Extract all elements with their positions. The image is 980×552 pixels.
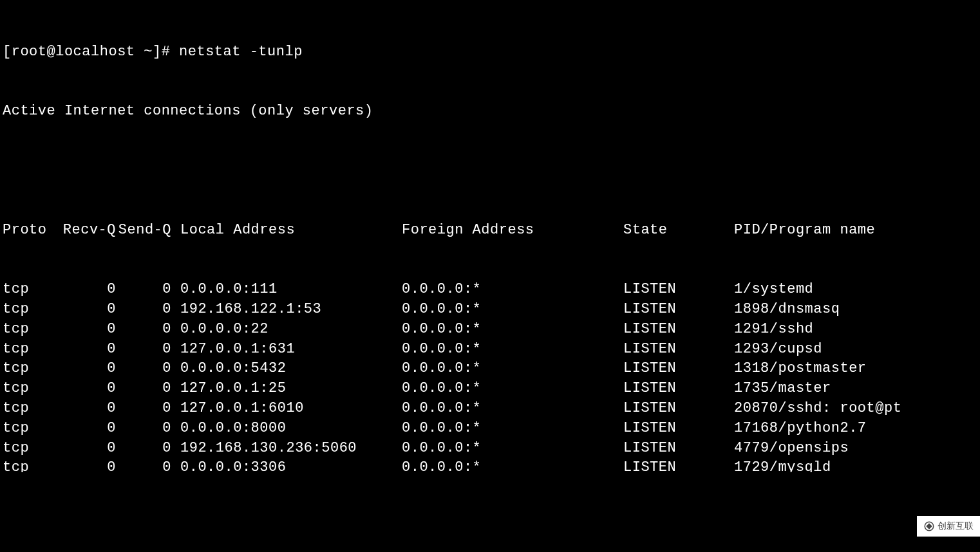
cell-proto: tcp — [3, 300, 58, 320]
table-row: tcp00192.168.122.1:530.0.0.0:*LISTEN1898… — [3, 300, 977, 320]
cell-pid: 17168/python2.7 — [734, 419, 977, 439]
header-recvq: Recv-Q — [58, 221, 116, 241]
cell-proto: tcp — [3, 320, 58, 340]
cell-foreign: 0.0.0.0:* — [402, 458, 623, 472]
table-row: tcp000.0.0.0:54320.0.0.0:*LISTEN1318/pos… — [3, 359, 977, 379]
table-row: tcp000.0.0.0:220.0.0.0:*LISTEN1291/sshd — [3, 320, 977, 340]
cell-proto: tcp — [3, 458, 58, 472]
cell-foreign: 0.0.0.0:* — [402, 379, 623, 399]
watermark-badge: 创新互联 — [917, 516, 980, 537]
netstat-table: Proto Recv-Q Send-Q Local Address Foreig… — [3, 181, 977, 512]
header-pid: PID/Program name — [734, 221, 977, 241]
cell-state: LISTEN — [623, 439, 734, 459]
cell-sendq: 0 — [116, 280, 180, 300]
cell-local: 0.0.0.0:3306 — [180, 458, 402, 472]
cell-sendq: 0 — [116, 458, 180, 472]
cell-state: LISTEN — [623, 300, 734, 320]
cell-sendq: 0 — [116, 300, 180, 320]
cell-sendq: 0 — [116, 419, 180, 439]
cell-state: LISTEN — [623, 359, 734, 379]
cell-sendq: 0 — [116, 399, 180, 419]
cell-pid: 1291/sshd — [734, 320, 977, 340]
header-foreign: Foreign Address — [402, 221, 623, 241]
cell-local: 192.168.130.236:5060 — [180, 439, 402, 459]
watermark-logo-icon — [923, 520, 935, 532]
table-row: tcp00127.0.0.1:250.0.0.0:*LISTEN1735/mas… — [3, 379, 977, 399]
cell-proto: tcp — [3, 419, 58, 439]
cell-pid: 1293/cupsd — [734, 340, 977, 360]
cell-local: 127.0.0.1:631 — [180, 340, 402, 360]
cell-proto: tcp — [3, 399, 58, 419]
cell-sendq: 0 — [116, 340, 180, 360]
table-row: tcp00127.0.0.1:6310.0.0.0:*LISTEN1293/cu… — [3, 340, 977, 360]
table-row: tcp000.0.0.0:33060.0.0.0:*LISTEN1729/mys… — [3, 458, 977, 472]
cell-recvq: 0 — [58, 419, 116, 439]
cell-local: 0.0.0.0:5432 — [180, 359, 402, 379]
table-row: tcp00192.168.130.236:50600.0.0.0:*LISTEN… — [3, 439, 977, 459]
cell-pid: 1318/postmaster — [734, 359, 977, 379]
cell-recvq: 0 — [58, 320, 116, 340]
cell-foreign: 0.0.0.0:* — [402, 419, 623, 439]
cell-state: LISTEN — [623, 419, 734, 439]
cell-foreign: 0.0.0.0:* — [402, 300, 623, 320]
cell-state: LISTEN — [623, 340, 734, 360]
table-row: tcp000.0.0.0:1110.0.0.0:*LISTEN1/systemd — [3, 280, 977, 300]
header-local: Local Address — [180, 221, 402, 241]
cell-pid: 1/systemd — [734, 280, 977, 300]
cell-sendq: 0 — [116, 320, 180, 340]
cell-pid: 1898/dnsmasq — [734, 300, 977, 320]
cell-proto: tcp — [3, 280, 58, 300]
cell-pid: 4779/opensips — [734, 439, 977, 459]
cell-local: 192.168.122.1:53 — [180, 300, 402, 320]
cell-pid: 1729/mysqld — [734, 458, 977, 472]
cell-recvq: 0 — [58, 300, 116, 320]
table-row: tcp000.0.0.0:80000.0.0.0:*LISTEN17168/py… — [3, 419, 977, 439]
cell-state: LISTEN — [623, 280, 734, 300]
shell-prompt: [root@localhost ~]# netstat -tunlp — [3, 42, 977, 62]
cell-proto: tcp — [3, 379, 58, 399]
cell-local: 0.0.0.0:8000 — [180, 419, 402, 439]
cell-recvq: 0 — [58, 340, 116, 360]
cell-pid: 20870/sshd: root@pt — [734, 399, 977, 419]
cell-local: 0.0.0.0:22 — [180, 320, 402, 340]
header-proto: Proto — [3, 221, 58, 241]
table-row: tcp00127.0.0.1:60100.0.0.0:*LISTEN20870/… — [3, 399, 977, 419]
watermark-text: 创新互联 — [938, 520, 974, 533]
cell-state: LISTEN — [623, 320, 734, 340]
cell-foreign: 0.0.0.0:* — [402, 439, 623, 459]
cell-recvq: 0 — [58, 439, 116, 459]
cell-sendq: 0 — [116, 359, 180, 379]
cell-foreign: 0.0.0.0:* — [402, 399, 623, 419]
cell-recvq: 0 — [58, 379, 116, 399]
cell-state: LISTEN — [623, 458, 734, 472]
cell-proto: tcp — [3, 359, 58, 379]
terminal-output: [root@localhost ~]# netstat -tunlp Activ… — [3, 3, 977, 532]
cell-pid: 1735/master — [734, 379, 977, 399]
cell-local: 0.0.0.0:111 — [180, 280, 402, 300]
cell-foreign: 0.0.0.0:* — [402, 340, 623, 360]
cell-recvq: 0 — [58, 399, 116, 419]
cell-sendq: 0 — [116, 379, 180, 399]
cell-proto: tcp — [3, 340, 58, 360]
cell-foreign: 0.0.0.0:* — [402, 320, 623, 340]
cell-recvq: 0 — [58, 359, 116, 379]
output-subtitle: Active Internet connections (only server… — [3, 102, 977, 122]
cell-recvq: 0 — [58, 458, 116, 472]
cell-foreign: 0.0.0.0:* — [402, 280, 623, 300]
table-header-row: Proto Recv-Q Send-Q Local Address Foreig… — [3, 221, 977, 241]
cell-local: 127.0.0.1:6010 — [180, 399, 402, 419]
cell-foreign: 0.0.0.0:* — [402, 359, 623, 379]
cell-state: LISTEN — [623, 399, 734, 419]
cell-state: LISTEN — [623, 379, 734, 399]
cell-recvq: 0 — [58, 280, 116, 300]
cell-local: 127.0.0.1:25 — [180, 379, 402, 399]
header-sendq: Send-Q — [116, 221, 180, 241]
cell-proto: tcp — [3, 439, 58, 459]
header-state: State — [623, 221, 734, 241]
cell-sendq: 0 — [116, 439, 180, 459]
